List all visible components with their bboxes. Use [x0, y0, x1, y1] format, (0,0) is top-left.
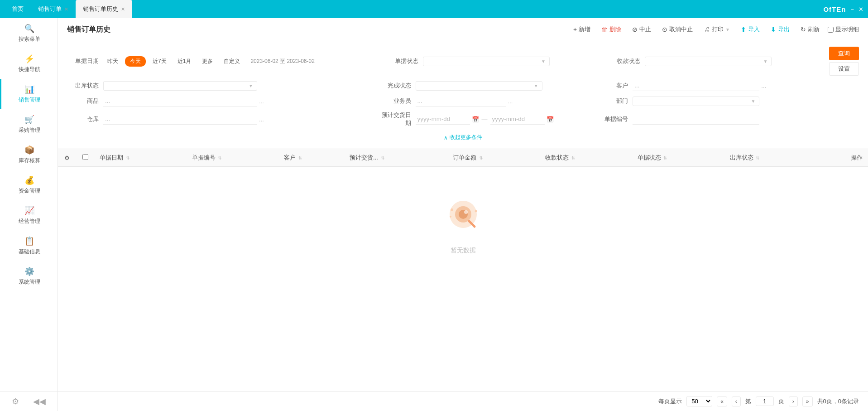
stop-label: 中止 — [639, 25, 651, 34]
department-select[interactable]: ▼ — [633, 97, 759, 106]
first-page-btn[interactable]: « — [717, 396, 727, 406]
filter-col-order-status: 单据状态 ▼ — [387, 57, 600, 66]
completion-status-select[interactable]: ▼ — [416, 81, 542, 91]
yesterday-btn[interactable]: 昨天 — [103, 56, 122, 67]
cancel-stop-btn[interactable]: ⊙ 取消中止 — [659, 24, 695, 35]
today-btn[interactable]: 今天 — [125, 56, 146, 67]
select-all-checkbox[interactable] — [82, 154, 88, 160]
th-order-no-sort-icon[interactable]: ⇅ — [218, 155, 221, 160]
th-delivery-date-sort-icon[interactable]: ⇅ — [381, 155, 384, 160]
sidebar-item-sales-mgmt[interactable]: 📊 销售管理 — [0, 79, 58, 109]
sidebar-item-operations-label: 经营管理 — [19, 218, 40, 225]
outbound-status-arrow-icon: ▼ — [249, 83, 253, 88]
completion-status-arrow-icon: ▼ — [534, 83, 538, 88]
th-delivery-date: 预计交货... ⇅ — [344, 149, 447, 167]
table-area: ⚙ 单据日期 ⇅ 单据编号 ⇅ — [58, 149, 868, 391]
print-btn[interactable]: 🖨 打印 ▼ — [701, 24, 733, 35]
close-icon[interactable]: ✕ — [858, 6, 863, 13]
sidebar-item-quick-nav[interactable]: ⚡ 快捷导航 — [0, 48, 58, 79]
last7days-btn[interactable]: 近7天 — [149, 56, 171, 67]
receipt-status-select[interactable]: ▼ — [645, 57, 772, 66]
page-header: 销售订单历史 + 新增 🗑 删除 ⊘ 中止 ⊙ 取消中止 — [58, 18, 868, 41]
customer-ellipsis-icon[interactable]: ... — [759, 82, 768, 89]
last1month-btn[interactable]: 近1月 — [173, 56, 196, 67]
th-settings[interactable]: ⚙ — [58, 149, 76, 167]
display-dense-checkbox[interactable] — [828, 27, 834, 33]
settings-button[interactable]: 设置 — [829, 62, 859, 76]
order-no-input[interactable] — [633, 114, 759, 125]
tab-sales-order-label: 销售订单 — [38, 5, 62, 13]
th-receipt-status-sort-icon[interactable]: ⇅ — [571, 155, 575, 160]
order-status-select[interactable]: ▼ — [423, 57, 550, 66]
warehouse-ellipsis-icon[interactable]: ... — [257, 116, 266, 123]
product-input[interactable] — [103, 96, 257, 106]
th-outbound-status-sort-icon[interactable]: ⇅ — [756, 155, 759, 160]
svg-point-7 — [475, 210, 477, 213]
calendar-to-icon[interactable]: 📅 — [547, 116, 554, 123]
th-outbound-status: 出库状态 ⇅ — [724, 149, 817, 167]
outbound-status-label: 出库状态 — [67, 82, 103, 90]
data-table: ⚙ 单据日期 ⇅ 单据编号 ⇅ — [58, 149, 868, 282]
th-date-sort-icon[interactable]: ⇅ — [126, 155, 129, 160]
warehouse-input[interactable] — [103, 114, 257, 125]
query-button[interactable]: 查询 — [829, 47, 859, 60]
table-settings-icon[interactable]: ⚙ — [64, 155, 70, 161]
delivery-date-from-input[interactable] — [416, 114, 470, 125]
empty-state-row: 暂无数据 — [58, 167, 868, 282]
refresh-btn[interactable]: ↻ 刷新 — [798, 24, 822, 35]
page-size-select[interactable]: 50 10 20 100 — [686, 396, 712, 406]
th-customer-sort-icon[interactable]: ⇅ — [298, 155, 302, 160]
tab-sales-order[interactable]: 销售订单 ✕ — [31, 0, 76, 18]
prev-page-btn[interactable]: ‹ — [732, 396, 741, 406]
empty-state: 暂无数据 — [58, 167, 868, 282]
tab-home[interactable]: 首页 — [5, 0, 31, 18]
last-page-btn[interactable]: » — [802, 396, 813, 406]
sidebar-item-purchase-mgmt[interactable]: 🛒 采购管理 — [0, 109, 58, 140]
import-btn[interactable]: ⬆ 导入 — [738, 24, 762, 35]
customer-label: 客户 — [596, 82, 633, 90]
sidebar-item-operations[interactable]: 📈 经营管理 — [0, 200, 58, 231]
th-checkbox[interactable] — [76, 149, 94, 167]
th-amount-sort-icon[interactable]: ⇅ — [479, 155, 483, 160]
date-filter-control: 昨天 今天 近7天 近1月 更多 自定义 2023-06-02 至 2023-0… — [103, 56, 387, 67]
sidebar-item-basic-info[interactable]: 📋 基础信息 — [0, 231, 58, 261]
filter-col-outbound: 出库状态 ▼ — [67, 81, 379, 91]
top-bar-right: OfTEn − ✕ — [823, 5, 863, 13]
sidebar-item-search-menu[interactable]: 🔍 搜索菜单 — [0, 18, 58, 48]
collapse-btn[interactable]: ∧ 收起更多条件 — [67, 132, 859, 143]
new-btn[interactable]: + 新增 — [571, 24, 593, 35]
refresh-icon: ↻ — [801, 26, 806, 33]
stop-btn[interactable]: ⊘ 中止 — [629, 24, 654, 35]
delete-btn[interactable]: 🗑 删除 — [599, 24, 624, 35]
sidebar-item-finance[interactable]: 💰 资金管理 — [0, 170, 58, 200]
sidebar-item-inventory-label: 库存核算 — [19, 157, 40, 164]
tab-sales-order-history[interactable]: 销售订单历史 ✕ — [76, 0, 132, 18]
next-page-btn[interactable]: › — [789, 396, 798, 406]
delivery-date-to-input[interactable] — [490, 114, 545, 125]
volume-icon[interactable]: ◀◀ — [33, 396, 46, 406]
product-ellipsis-icon[interactable]: ... — [257, 98, 266, 105]
minimize-icon[interactable]: − — [850, 6, 854, 13]
more-btn[interactable]: 更多 — [198, 56, 217, 67]
outbound-status-select[interactable]: ▼ — [103, 81, 257, 91]
th-order-status-sort-icon[interactable]: ⇅ — [663, 155, 667, 160]
display-dense-toggle[interactable]: 显示明细 — [828, 25, 859, 34]
sidebar-item-sys-mgmt[interactable]: ⚙️ 系统管理 — [0, 261, 58, 291]
tab-sales-order-close[interactable]: ✕ — [64, 6, 68, 12]
page-input[interactable] — [756, 396, 774, 406]
filter-col-department: 部门 ▼ — [596, 97, 805, 106]
delivery-date-label: 预计交货日期 — [379, 111, 416, 127]
settings-gear-icon[interactable]: ⚙ — [12, 396, 19, 406]
filter-col-completion: 完成状态 ▼ — [379, 81, 588, 91]
page-size-label: 每页显示 — [658, 397, 682, 406]
export-btn[interactable]: ⬇ 导出 — [768, 24, 792, 35]
calendar-from-icon[interactable]: 📅 — [472, 116, 479, 123]
sidebar-item-inventory[interactable]: 📦 库存核算 — [0, 140, 58, 170]
salesperson-ellipsis-icon[interactable]: ... — [506, 98, 515, 105]
pagination: 每页显示 50 10 20 100 « ‹ 第 页 › » 共0页，0条记录 — [58, 391, 868, 411]
customer-input[interactable] — [633, 80, 759, 91]
th-order-status-label: 单据状态 — [638, 154, 661, 161]
tab-sales-order-history-close[interactable]: ✕ — [121, 6, 125, 12]
custom-btn[interactable]: 自定义 — [220, 56, 244, 67]
salesperson-input[interactable] — [416, 96, 506, 106]
